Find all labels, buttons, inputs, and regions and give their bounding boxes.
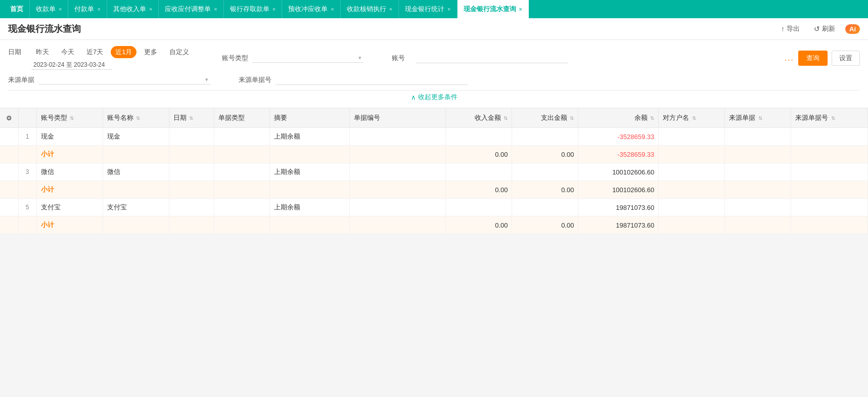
more-options-button[interactable]: ... (785, 54, 794, 63)
col-counterparty[interactable]: 对方户名 ⇅ (659, 108, 725, 128)
col-expense[interactable]: 支出金额 ⇅ (512, 108, 578, 128)
nav-tab-prepayment[interactable]: 预收冲应收单 × (282, 0, 340, 18)
row-date (169, 181, 214, 199)
col-account-type[interactable]: 账号类型 ⇅ (36, 108, 103, 128)
top-nav: 首页 收款单 × 付款单 × 其他收入单 × 应收应付调整单 × 银行存取款单 … (0, 0, 868, 18)
nav-tab-bank-deposit[interactable]: 银行存取款单 × (224, 0, 282, 18)
row-source-doc (725, 199, 791, 216)
filter-row-1: 日期 昨天 今天 近7天 近1月 更多 自定义 账号类型 ▾ (8, 46, 860, 70)
nav-tab-collection[interactable]: 收款核销执行 × (341, 0, 399, 18)
data-table: ⚙ 账号类型 ⇅ 账号名称 ⇅ 日期 ⇅ 单据类型 摘要 单据编号 (0, 108, 868, 234)
table-header-row: ⚙ 账号类型 ⇅ 账号名称 ⇅ 日期 ⇅ 单据类型 摘要 单据编号 (0, 108, 868, 128)
header-actions: ↑ 导出 ↺ 刷新 Ai (777, 22, 860, 35)
date-range-input[interactable] (31, 60, 112, 70)
close-adjust-icon[interactable]: × (214, 6, 217, 12)
table-row[interactable]: 1 现金 现金 上期余额 -3528659.33 (0, 128, 868, 146)
close-bank-deposit-icon[interactable]: × (272, 6, 276, 12)
table-row[interactable]: 小计 0.00 0.00 19871073.60 (0, 216, 868, 234)
sort-source-doc-no-icon: ⇅ (831, 115, 835, 121)
date-btn-7days[interactable]: 近7天 (82, 46, 108, 58)
nav-home[interactable]: 首页 (4, 0, 30, 18)
row-gear (0, 216, 18, 234)
source-doc-no-input[interactable] (276, 75, 468, 85)
row-counterparty (659, 199, 725, 216)
table-row[interactable]: 3 微信 微信 上期余额 100102606.60 (0, 163, 868, 181)
row-summary: 上期余额 (269, 163, 350, 181)
source-doc-no-filter: 来源单据号 (239, 75, 468, 85)
date-filter-group: 日期 昨天 今天 近7天 近1月 更多 自定义 (8, 46, 194, 70)
row-doc-no (350, 199, 446, 216)
close-cash-flow-icon[interactable]: × (519, 6, 522, 12)
row-source-doc (725, 146, 791, 163)
row-counterparty (659, 146, 725, 163)
row-doc-no (350, 216, 446, 234)
nav-tab-cash-flow[interactable]: 现金银行流水查询 × (458, 0, 529, 18)
date-btn-today[interactable]: 今天 (57, 46, 79, 58)
row-doc-type (214, 163, 269, 181)
filter-area: 日期 昨天 今天 近7天 近1月 更多 自定义 账号类型 ▾ (0, 40, 868, 108)
export-button[interactable]: ↑ 导出 (777, 22, 804, 35)
nav-tab-other-income[interactable]: 其他收入单 × (107, 0, 159, 18)
row-source-doc (725, 163, 791, 181)
row-gear (0, 199, 18, 216)
date-btn-1month[interactable]: 近1月 (111, 46, 136, 58)
row-date (169, 163, 214, 181)
close-collection-icon[interactable]: × (389, 6, 392, 12)
row-account-type: 支付宝 (36, 199, 103, 216)
page-header: 现金银行流水查询 ↑ 导出 ↺ 刷新 Ai (0, 18, 868, 40)
table-row[interactable]: 小计 0.00 0.00 100102606.60 (0, 181, 868, 199)
account-type-select[interactable]: ▾ (252, 54, 363, 63)
page-title: 现金银行流水查询 (8, 23, 81, 35)
row-source-doc-no (791, 199, 868, 216)
col-date[interactable]: 日期 ⇅ (169, 108, 214, 128)
date-btn-custom[interactable]: 自定义 (165, 46, 194, 58)
account-label: 账号 (392, 54, 412, 63)
source-doc-select[interactable]: ▾ (38, 75, 210, 84)
row-expense (512, 163, 578, 181)
row-account-name: 微信 (103, 163, 169, 181)
nav-tab-adjust[interactable]: 应收应付调整单 × (159, 0, 223, 18)
account-input[interactable] (416, 53, 568, 63)
sort-expense-icon: ⇅ (570, 115, 574, 121)
row-expense (512, 199, 578, 216)
nav-tab-cash-stats[interactable]: 现金银行统计 × (399, 0, 457, 18)
row-source-doc-no (791, 181, 868, 199)
col-source-doc[interactable]: 来源单据 ⇅ (725, 108, 791, 128)
row-doc-type (214, 146, 269, 163)
row-seq (18, 181, 36, 199)
settings-button[interactable]: 设置 (832, 51, 860, 66)
date-btn-yesterday[interactable]: 昨天 (31, 46, 54, 58)
col-doc-no: 单据编号 (350, 108, 446, 128)
refresh-button[interactable]: ↺ 刷新 (810, 22, 839, 35)
col-source-doc-no[interactable]: 来源单据号 ⇅ (791, 108, 868, 128)
close-other-income-icon[interactable]: × (149, 6, 152, 12)
row-counterparty (659, 181, 725, 199)
row-balance: 19871073.60 (578, 199, 659, 216)
col-gear[interactable]: ⚙ (0, 108, 18, 128)
table-row[interactable]: 5 支付宝 支付宝 上期余额 19871073.60 (0, 199, 868, 216)
table-row[interactable]: 小计 0.00 0.00 -3528659.33 (0, 146, 868, 163)
row-counterparty (659, 163, 725, 181)
ai-button[interactable]: Ai (845, 24, 860, 34)
nav-tab-payments[interactable]: 付款单 × (68, 0, 107, 18)
close-cash-stats-icon[interactable]: × (447, 6, 450, 12)
query-button[interactable]: 查询 (798, 51, 828, 66)
col-income[interactable]: 收入金额 ⇅ (446, 108, 512, 128)
close-prepayment-icon[interactable]: × (331, 6, 334, 12)
collapse-button[interactable]: ∧ 收起更多条件 (8, 90, 860, 104)
close-receipts-icon[interactable]: × (59, 6, 62, 12)
row-source-doc-no (791, 146, 868, 163)
row-source-doc-no (791, 128, 868, 146)
nav-tab-receipts[interactable]: 收款单 × (30, 0, 68, 18)
sort-account-name-icon: ⇅ (136, 115, 140, 121)
date-btn-more[interactable]: 更多 (140, 46, 162, 58)
row-counterparty (659, 216, 725, 234)
close-payments-icon[interactable]: × (97, 6, 100, 12)
row-gear (0, 146, 18, 163)
source-doc-filter: 来源单据 ▾ (8, 75, 210, 84)
row-balance: 100102606.60 (578, 181, 659, 199)
col-account-name[interactable]: 账号名称 ⇅ (103, 108, 169, 128)
row-source-doc (725, 181, 791, 199)
row-seq (18, 146, 36, 163)
col-balance[interactable]: 余额 ⇅ (578, 108, 659, 128)
